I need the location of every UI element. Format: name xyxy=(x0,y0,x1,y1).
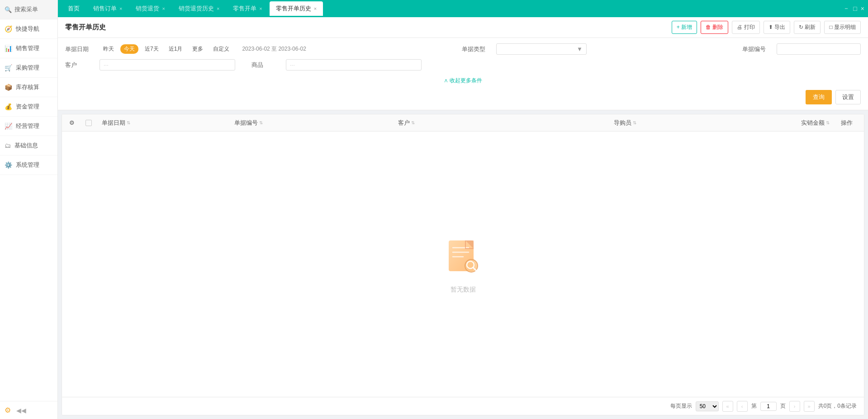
print-button[interactable]: 🖨 打印 xyxy=(732,21,759,34)
customer-dots: ··· xyxy=(104,61,231,68)
tab-retail-history[interactable]: 零售开单历史× xyxy=(270,1,323,16)
filter-actions: 查询 设置 xyxy=(65,90,861,104)
sidebar-item-quick-nav[interactable]: 🧭快捷导航 xyxy=(0,19,57,39)
sidebar-item-sys-mgmt[interactable]: ⚙️系统管理 xyxy=(0,155,57,175)
tab-label-sales-order: 销售订单 xyxy=(93,5,117,13)
page-size-select[interactable]: 102050100 xyxy=(696,401,719,411)
page-number-input[interactable] xyxy=(760,402,777,411)
sidebar-menu: 🧭快捷导航📊销售管理🛒采购管理📦库存核算💰资金管理📈经营管理🗂基础信息⚙️系统管… xyxy=(0,19,57,401)
goods-select[interactable]: ··· xyxy=(286,59,422,71)
th-num-label: 单据编号 xyxy=(234,119,258,127)
export-button[interactable]: ⬆ 导出 xyxy=(764,21,790,34)
num-filter-input[interactable] xyxy=(777,43,861,55)
maximize-button[interactable]: □ xyxy=(853,5,857,12)
empty-text: 暂无数据 xyxy=(451,286,476,294)
date-options: 昨天今天近7天近1月更多自定义 xyxy=(100,44,233,54)
date-range-display: 2023-06-02 至 2023-06-02 xyxy=(242,45,306,53)
settings-icon[interactable]: ⚙ xyxy=(5,406,11,414)
top-nav: 首页销售订单×销货退货×销货退货历史×零售开单×零售开单历史× － □ × xyxy=(58,0,868,17)
sort-amount-icon[interactable]: ⇅ xyxy=(826,120,830,125)
date-opt-4[interactable]: 更多 xyxy=(189,44,207,54)
main-content: 首页销售订单×销货退货×销货退货历史×零售开单×零售开单历史× － □ × 零售… xyxy=(58,0,868,419)
type-filter-label: 单据类型 xyxy=(462,45,489,53)
tab-retail-open[interactable]: 零售开单× xyxy=(227,1,268,16)
sidebar-label-operations: 经营管理 xyxy=(16,122,39,130)
sidebar-item-finance[interactable]: 💰资金管理 xyxy=(0,97,57,117)
customer-filter-label: 客户 xyxy=(65,61,92,69)
sidebar-label-purchase-mgmt: 采购管理 xyxy=(16,64,39,72)
tab-sales-order[interactable]: 销售订单× xyxy=(87,1,128,16)
date-opt-1[interactable]: 今天 xyxy=(120,44,138,54)
display-detail-button[interactable]: □ 显示明细 xyxy=(824,21,861,34)
next-page-button[interactable]: › xyxy=(789,401,800,412)
sort-num-icon[interactable]: ⇅ xyxy=(259,120,263,125)
sidebar-search[interactable]: 🔍 搜索采单 xyxy=(0,0,57,19)
sort-date-icon[interactable]: ⇅ xyxy=(127,120,130,125)
date-filter-label: 单据日期 xyxy=(65,45,92,53)
tab-label-retail-history: 零售开单历史 xyxy=(276,5,311,13)
first-page-button[interactable]: « xyxy=(722,401,733,412)
th-checkbox[interactable] xyxy=(82,120,98,126)
th-settings[interactable]: ⚙ xyxy=(66,119,82,126)
empty-state: 暂无数据 xyxy=(62,132,864,397)
filter-settings-button[interactable]: 设置 xyxy=(835,90,861,104)
tab-sales-return[interactable]: 销货退货× xyxy=(129,1,171,16)
header-checkbox[interactable] xyxy=(85,120,92,126)
date-opt-0[interactable]: 昨天 xyxy=(100,44,118,54)
th-date[interactable]: 单据日期 ⇅ xyxy=(98,119,231,127)
toolbar-actions: + 新增 🗑 删除 🖨 打印 ⬆ 导出 ↻ 刷新 □ 显示明细 xyxy=(672,21,861,34)
minimize-button[interactable]: － xyxy=(843,5,849,13)
filter-row-customer: 客户 ··· 商品 ··· xyxy=(65,59,861,71)
sidebar-icon-purchase-mgmt: 🛒 xyxy=(5,64,12,71)
sort-customer-icon[interactable]: ⇅ xyxy=(411,120,415,125)
th-amount-label: 实销金额 xyxy=(801,119,825,127)
sidebar-item-operations[interactable]: 📈经营管理 xyxy=(0,117,57,136)
th-amount[interactable]: 实销金额 ⇅ xyxy=(721,119,833,127)
sidebar-item-basic-info[interactable]: 🗂基础信息 xyxy=(0,136,57,155)
add-button[interactable]: + 新增 xyxy=(672,21,697,34)
sidebar-icon-sys-mgmt: ⚙️ xyxy=(5,161,12,169)
last-page-button[interactable]: » xyxy=(804,401,815,412)
total-info: 共0页，0条记录 xyxy=(818,402,857,410)
th-customer[interactable]: 客户 ⇅ xyxy=(394,119,610,127)
th-guide[interactable]: 导购员 ⇅ xyxy=(610,119,722,127)
prev-page-button[interactable]: ‹ xyxy=(737,401,748,412)
type-select[interactable]: ▼ xyxy=(496,43,587,55)
goods-dots: ··· xyxy=(290,61,417,68)
sidebar-item-sales-mgmt[interactable]: 📊销售管理 xyxy=(0,39,57,58)
filter-area: 单据日期 昨天今天近7天近1月更多自定义 2023-06-02 至 2023-0… xyxy=(58,38,868,110)
date-opt-5[interactable]: 自定义 xyxy=(209,44,233,54)
date-opt-2[interactable]: 近7天 xyxy=(141,44,162,54)
th-customer-label: 客户 xyxy=(398,119,410,127)
tab-close-sales-return[interactable]: × xyxy=(162,6,165,11)
sort-guide-icon[interactable]: ⇅ xyxy=(633,120,636,125)
th-num[interactable]: 单据编号 ⇅ xyxy=(231,119,394,127)
sidebar-item-purchase-mgmt[interactable]: 🛒采购管理 xyxy=(0,58,57,78)
tab-close-sales-return-history[interactable]: × xyxy=(217,6,219,11)
dropdown-icon: ▼ xyxy=(577,46,583,52)
tab-close-retail-history[interactable]: × xyxy=(314,6,317,11)
sidebar-icon-finance: 💰 xyxy=(5,103,12,110)
search-icon: 🔍 xyxy=(5,6,12,13)
customer-select[interactable]: ··· xyxy=(100,59,235,71)
date-opt-3[interactable]: 近1月 xyxy=(165,44,186,54)
query-button[interactable]: 查询 xyxy=(806,90,832,104)
sidebar-icon-quick-nav: 🧭 xyxy=(5,25,12,33)
delete-button[interactable]: 🗑 删除 xyxy=(701,21,728,34)
th-guide-label: 导购员 xyxy=(614,119,631,127)
sidebar-label-basic-info: 基础信息 xyxy=(14,141,38,150)
toolbar: 零售开单历史 + 新增 🗑 删除 🖨 打印 ⬆ 导出 ↻ 刷新 □ 显示明细 xyxy=(58,17,868,38)
tab-home[interactable]: 首页 xyxy=(62,1,86,16)
top-nav-right: － □ × xyxy=(843,5,864,13)
tab-sales-return-history[interactable]: 销货退货历史× xyxy=(172,1,226,16)
tab-close-sales-order[interactable]: × xyxy=(119,6,122,11)
window-close-button[interactable]: × xyxy=(861,5,864,12)
tab-close-retail-open[interactable]: × xyxy=(259,6,262,11)
sidebar-item-inventory[interactable]: 📦库存核算 xyxy=(0,78,57,97)
refresh-button[interactable]: ↻ 刷新 xyxy=(794,21,821,34)
sidebar-label-sales-mgmt: 销售管理 xyxy=(16,44,39,52)
collapse-sidebar-icon[interactable]: ◀◀ xyxy=(16,407,26,414)
sidebar-icon-basic-info: 🗂 xyxy=(5,142,11,149)
tab-label-home: 首页 xyxy=(68,5,80,13)
collapse-more-button[interactable]: ∧ 收起更多条件 xyxy=(442,75,484,86)
